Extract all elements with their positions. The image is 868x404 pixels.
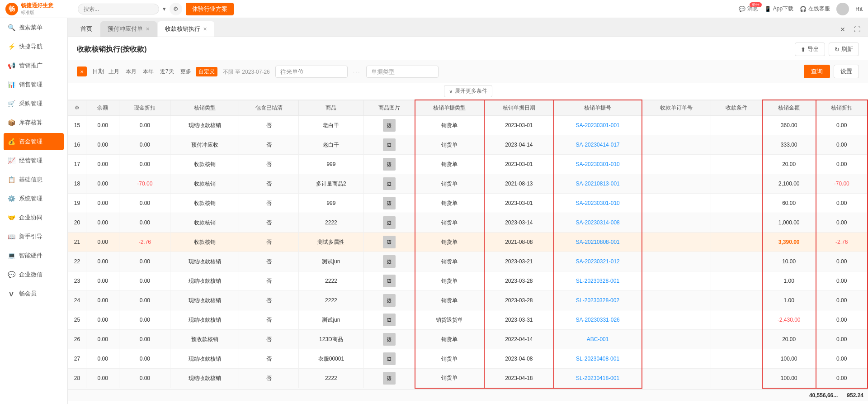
- row-verify-bill-no[interactable]: SA-20230301-010: [554, 155, 642, 174]
- table-row[interactable]: 270.000.00现结收款核销否衣服00001🖼销货单2023-04-08SL…: [68, 349, 868, 369]
- table-row[interactable]: 190.000.00收款核销否999🖼销货单2023-03-01SA-20230…: [68, 194, 868, 213]
- sidebar-item-hardware[interactable]: 💻 智能硬件: [0, 246, 67, 265]
- sidebar-item-purchase[interactable]: 🛒 采购管理: [0, 94, 67, 113]
- export-button[interactable]: ⬆ 导出: [795, 43, 825, 56]
- row-verify-bill-no[interactable]: ABC-001: [554, 330, 642, 349]
- top-bar-right: 💬 消息 99+ 📱 App下载 🎧 在线客服 Rit: [739, 3, 863, 15]
- message-button[interactable]: 💬 消息 99+: [739, 5, 758, 13]
- sidebar-item-enterprise[interactable]: 🤝 企业协同: [0, 208, 67, 227]
- sidebar-item-quick-nav[interactable]: ⚡ 快捷导航: [0, 37, 67, 56]
- tab-home[interactable]: 首页: [73, 21, 99, 37]
- table-row[interactable]: 170.000.00收款核销否999🖼销货单2023-03-01SA-20230…: [68, 155, 868, 174]
- row-include-settled: 否: [239, 330, 299, 349]
- sidebar-item-management[interactable]: 📈 经营管理: [0, 151, 67, 170]
- row-index: 19: [68, 194, 86, 213]
- row-verify-bill-type: 销货退货单: [415, 310, 485, 330]
- row-verify-bill-no[interactable]: SA-20230321-012: [554, 252, 642, 271]
- row-receipt-order-no: [642, 349, 711, 369]
- sidebar-item-guide[interactable]: 📖 新手引导: [0, 227, 67, 246]
- table-row[interactable]: 160.000.00预付冲应收否老白干🖼销货单2023-04-14SA-2023…: [68, 135, 868, 155]
- sidebar-item-inventory[interactable]: 📦 库存核算: [0, 113, 67, 132]
- date-7days[interactable]: 近7天: [158, 67, 176, 76]
- row-verify-bill-no[interactable]: SL-20230418-001: [554, 369, 642, 388]
- row-verify-bill-no[interactable]: SA-20230414-017: [554, 135, 642, 155]
- user-avatar[interactable]: [836, 3, 849, 15]
- row-index: 17: [68, 155, 86, 174]
- query-button[interactable]: 查询: [804, 65, 830, 78]
- sidebar-item-system[interactable]: ⚙️ 系统管理: [0, 189, 67, 208]
- page-header: 收款核销执行(按收款) ⬆ 导出 ↻ 刷新: [68, 37, 868, 60]
- table-row[interactable]: 180.00-70.00收款核销否多计量商品2🖼销货单2021-08-13SA-…: [68, 174, 868, 194]
- top-search-input[interactable]: [78, 4, 159, 14]
- row-verify-bill-no[interactable]: SL-20230328-002: [554, 291, 642, 310]
- sidebar-item-search[interactable]: 🔍 搜索菜单: [0, 18, 67, 37]
- table-row[interactable]: 230.000.00现结收款核销否2222🖼销货单2023-03-28SL-20…: [68, 271, 868, 291]
- table-row[interactable]: 210.00-2.76收款核销否测试多属性🖼销货单2021-08-08SA-20…: [68, 233, 868, 252]
- data-table: ⚙ 余额 现金折扣 核销类型 包含已结清 商品 商品图片 核销单据类型 核销单据…: [68, 100, 868, 389]
- refresh-button[interactable]: ↻ 刷新: [829, 43, 859, 56]
- row-verify-bill-no[interactable]: SL-20230408-001: [554, 349, 642, 369]
- app-download-button[interactable]: 📱 App下载: [764, 5, 793, 13]
- sidebar-item-sales[interactable]: 📊 销售管理: [0, 75, 67, 94]
- table-row[interactable]: 250.000.00现结收款核销否测试jun🖼销货退货单2023-03-31SA…: [68, 310, 868, 330]
- row-verify-amount: 20.00: [762, 155, 816, 174]
- row-verify-amount: 1,000.00: [762, 213, 816, 233]
- expand-conditions-button[interactable]: ∨ 展开更多条件: [444, 85, 492, 97]
- order-type-select[interactable]: 单据类型: [366, 66, 439, 78]
- row-verify-bill-date: 2021-08-13: [484, 174, 554, 194]
- table-row[interactable]: 220.000.00现结收款核销否测试jun🖼销货单2023-03-21SA-2…: [68, 252, 868, 271]
- filter-toggle-button[interactable]: »: [77, 67, 87, 76]
- tab-maximize-button[interactable]: ⛶: [852, 24, 863, 35]
- goods-image-cell: 🖼: [363, 233, 415, 252]
- settings-gear-button[interactable]: ⚙: [170, 3, 182, 15]
- tab-prepay-close[interactable]: ✕: [146, 26, 150, 32]
- row-verify-bill-type: 销货单: [415, 116, 485, 135]
- table-row[interactable]: 280.000.00现结收款核销否2222🖼销货单2023-04-18SL-20…: [68, 369, 868, 388]
- row-verify-bill-no[interactable]: SA-20230301-001: [554, 116, 642, 135]
- sidebar-item-wechat[interactable]: 💬 企业微信: [0, 265, 67, 284]
- row-verify-bill-no[interactable]: SA-20210813-001: [554, 174, 642, 194]
- tab-verify-close[interactable]: ✕: [203, 26, 207, 32]
- row-verify-bill-no[interactable]: SA-20230314-008: [554, 213, 642, 233]
- date-more[interactable]: 更多: [179, 67, 193, 76]
- row-verify-amount: -2,430.00: [762, 310, 816, 330]
- date-custom[interactable]: 自定义: [196, 67, 217, 76]
- tab-prepay[interactable]: 预付冲应付单 ✕: [100, 21, 157, 37]
- date-this-year[interactable]: 本年: [141, 67, 156, 76]
- date-range-display: 不限 至 2023-07-26: [223, 67, 270, 76]
- expand-icon: ∨: [449, 88, 453, 95]
- row-verify-bill-no[interactable]: SA-20210808-001: [554, 233, 642, 252]
- industry-solution-button[interactable]: 体验行业方案: [186, 3, 234, 15]
- row-verify-bill-type: 销货单: [415, 369, 485, 388]
- row-index: 28: [68, 369, 86, 388]
- dropdown-arrow[interactable]: ▾: [163, 5, 166, 12]
- tab-close-window-button[interactable]: ✕: [837, 24, 848, 35]
- table-row[interactable]: 200.000.00收款核销否2222🖼销货单2023-03-14SA-2023…: [68, 213, 868, 233]
- row-verify-type: 收款核销: [170, 233, 239, 252]
- tab-prepay-label: 预付冲应付单: [108, 25, 143, 33]
- row-verify-bill-date: 2021-08-08: [484, 233, 554, 252]
- row-verify-bill-no[interactable]: SA-20230331-026: [554, 310, 642, 330]
- table-row[interactable]: 150.000.00现结收款核销否老白干🖼销货单2023-03-01SA-202…: [68, 116, 868, 135]
- date-last-month[interactable]: 上月: [107, 67, 121, 76]
- sidebar-item-basic-info[interactable]: 📋 基础信息: [0, 170, 67, 189]
- row-verify-bill-no[interactable]: SA-20230301-010: [554, 194, 642, 213]
- tab-verify[interactable]: 收款核销执行 ✕: [158, 21, 214, 37]
- filter-settings-button[interactable]: 设置: [834, 65, 859, 78]
- online-service-button[interactable]: 🎧 在线客服: [800, 5, 830, 13]
- table-row[interactable]: 260.000.00预收款核销否123D商品🖼销货单2022-04-14ABC-…: [68, 330, 868, 349]
- table-row[interactable]: 240.000.00现结收款核销否2222🖼销货单2023-03-28SL-20…: [68, 291, 868, 310]
- filter-dots: ···: [353, 68, 361, 75]
- date-this-month[interactable]: 本月: [124, 67, 138, 76]
- row-verify-bill-date: 2023-04-18: [484, 369, 554, 388]
- row-verify-bill-no[interactable]: SL-20230328-001: [554, 271, 642, 291]
- row-cash-discount: 0.00: [119, 155, 170, 174]
- sidebar-item-vip[interactable]: V 畅会员: [0, 284, 67, 303]
- guide-icon: 📖: [7, 233, 15, 241]
- partner-input[interactable]: [275, 66, 348, 78]
- row-verify-bill-type: 销货单: [415, 233, 485, 252]
- sidebar-item-finance[interactable]: 💰 资金管理: [4, 133, 64, 150]
- inventory-icon: 📦: [7, 119, 15, 127]
- row-verify-type: 现结收款核销: [170, 369, 239, 388]
- sidebar-item-marketing[interactable]: 📢 营销推广: [0, 56, 67, 75]
